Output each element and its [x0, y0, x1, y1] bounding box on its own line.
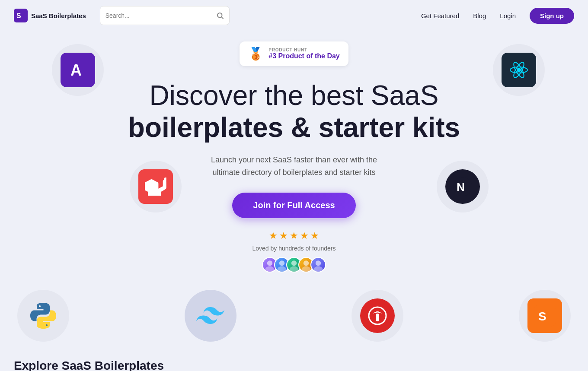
svg-text:S: S [538, 310, 546, 323]
signup-button[interactable]: Sign up [530, 8, 574, 24]
star-3: ★ [290, 230, 298, 241]
svg-point-6 [510, 67, 527, 73]
hero-subtext: Launch your next SaaS faster than ever w… [211, 154, 377, 179]
search-bar [100, 6, 230, 25]
hero-sub-line1: Launch your next SaaS faster than ever w… [211, 155, 377, 164]
rails-icon [352, 290, 403, 342]
navbar: S SaaS Boilerplates Get Featured Blog Lo… [0, 0, 588, 31]
svg-text:N: N [457, 181, 465, 193]
ph-label: PRODUCT HUNT [268, 48, 339, 52]
explore-section: Explore SaaS Boilerplates [0, 342, 588, 371]
nav-login[interactable]: Login [500, 12, 516, 19]
nav-links: Get Featured Blog Login Sign up [421, 8, 574, 24]
svg-point-14 [279, 260, 284, 266]
python-icon [17, 290, 69, 342]
avatar-group [262, 257, 326, 273]
svg-point-10 [453, 177, 472, 196]
svg-point-5 [517, 68, 521, 72]
bottom-icons-row: S [9, 290, 579, 342]
svg-point-20 [316, 260, 321, 266]
react-icon [493, 44, 545, 96]
svg-text:S: S [16, 12, 21, 19]
logo-icon: S [14, 9, 28, 22]
nextjs-icon: N [437, 161, 489, 212]
ph-title: #3 Product of the Day [268, 52, 339, 60]
laravel-icon: L [130, 161, 182, 212]
hero-heading-bold: boilerplates & starter kits [128, 112, 460, 143]
nav-get-featured[interactable]: Get Featured [421, 12, 459, 19]
svg-point-23 [46, 324, 48, 326]
nav-blog[interactable]: Blog [473, 12, 486, 19]
svg-text:L: L [149, 180, 159, 196]
avatar-5 [310, 257, 326, 273]
cta-button[interactable]: Join for Full Access [232, 193, 355, 218]
star-1: ★ [269, 230, 278, 241]
svg-point-13 [265, 266, 274, 272]
tailwind-icon [185, 290, 236, 342]
svg-point-16 [291, 260, 297, 266]
search-icon [216, 12, 224, 19]
svg-point-21 [313, 266, 323, 272]
star-rating: ★ ★ ★ ★ ★ [269, 230, 319, 241]
social-proof-text: Loved by hundreds of founders [252, 245, 336, 252]
medal-icon: 🥉 [248, 47, 263, 61]
adonis-icon: A [52, 44, 104, 96]
search-input[interactable] [105, 12, 216, 19]
search-button[interactable] [216, 12, 224, 19]
svg-point-15 [277, 266, 286, 272]
svg-point-17 [289, 266, 298, 272]
explore-title: Explore SaaS Boilerplates [14, 359, 574, 371]
svg-point-8 [512, 61, 526, 79]
logo-text: SaaS Boilerplates [31, 12, 86, 19]
star-5: ★ [310, 230, 319, 241]
hero-heading-light: Discover the best SaaS [150, 80, 439, 111]
svg-point-7 [512, 61, 526, 79]
logo[interactable]: S SaaS Boilerplates [14, 9, 86, 22]
framework-icon: S [519, 290, 571, 342]
svg-point-18 [304, 260, 309, 266]
product-hunt-badge: 🥉 PRODUCT HUNT #3 Product of the Day [240, 41, 348, 66]
svg-text:A: A [70, 61, 82, 79]
star-4: ★ [300, 230, 309, 241]
hero-heading: Discover the best SaaS boilerplates & st… [128, 80, 460, 143]
star-2: ★ [279, 230, 288, 241]
svg-point-12 [267, 260, 272, 266]
svg-rect-25 [376, 314, 379, 321]
svg-point-22 [39, 305, 41, 307]
hero-section: A L [0, 31, 588, 342]
hero-sub-line2: ultimate directory of boilerplates and s… [212, 168, 375, 177]
svg-line-3 [221, 17, 223, 19]
svg-point-19 [301, 266, 310, 272]
svg-point-2 [217, 13, 222, 18]
